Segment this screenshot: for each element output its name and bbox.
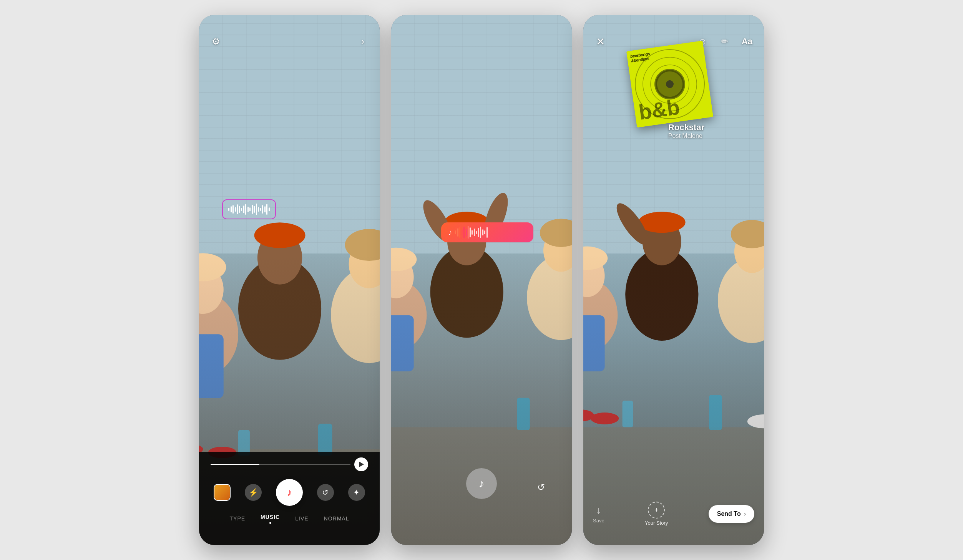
your-story-circle-icon: + xyxy=(648,502,665,519)
flash-icon: ⚡ xyxy=(249,488,258,497)
song-artist: Post Malone xyxy=(668,133,704,139)
music-note-icon-2: ♪ xyxy=(479,477,485,490)
save-button[interactable]: ↓ Save xyxy=(593,504,604,524)
progress-line[interactable] xyxy=(211,464,350,465)
album-big-text: b&b xyxy=(638,96,681,123)
music-sticker-2[interactable]: ♪ xyxy=(441,222,533,242)
waveform-bar xyxy=(252,205,253,214)
gear-icon: ⚙ xyxy=(212,36,220,47)
brush-button[interactable]: ✏ xyxy=(717,34,732,49)
music-center-button-2[interactable]: ♪ xyxy=(466,468,497,499)
active-tab-indicator xyxy=(269,522,271,524)
tab-live[interactable]: LIVE xyxy=(293,514,310,524)
your-story-button[interactable]: + Your Story xyxy=(645,502,668,526)
scene-overlay-2 xyxy=(391,253,572,545)
tab-type[interactable]: TYPE xyxy=(228,514,247,524)
song-info-sticker: Rockstar Post Malone xyxy=(668,123,704,139)
sparkle-button[interactable]: ✦ xyxy=(348,484,365,501)
recycle-button[interactable]: ↺ xyxy=(317,484,334,501)
waveform-bar xyxy=(256,204,257,215)
action-icons-row: ⚡ ♪ ↺ ✦ xyxy=(207,479,372,506)
music-note-icon: ♪ xyxy=(287,486,292,499)
your-story-label: Your Story xyxy=(645,520,668,526)
waveform-bar xyxy=(241,208,242,211)
waveform-bar xyxy=(232,205,234,214)
gallery-thumbnail[interactable] xyxy=(214,484,231,501)
bottom-controls-1: ⚡ ♪ ↺ ✦ TYPE MUSIC LIVE xyxy=(199,452,380,545)
waveform-bar xyxy=(228,208,229,211)
waveform-2 xyxy=(455,226,488,239)
send-to-button[interactable]: Send To › xyxy=(709,505,754,523)
waveform-bar xyxy=(269,207,270,211)
waveform-bar xyxy=(254,206,255,213)
progress-bar-container xyxy=(207,457,372,471)
waveform-bar xyxy=(258,207,259,212)
waveform-bar xyxy=(231,206,232,212)
waveform-bar xyxy=(470,227,471,237)
top-right-icons: ☺ ✏ Aa xyxy=(695,34,754,49)
close-icon: ✕ xyxy=(596,35,605,48)
waveform-bar xyxy=(462,230,463,235)
text-button[interactable]: Aa xyxy=(740,34,754,49)
waveform-bar xyxy=(457,228,458,237)
recycle-icon-2: ↺ xyxy=(537,482,545,493)
music-center-button[interactable]: ♪ xyxy=(276,479,303,506)
waveform-bar xyxy=(243,205,244,213)
album-cover: beerbongs&bentleys b&b xyxy=(626,41,713,128)
svg-point-50 xyxy=(666,80,674,89)
flash-button[interactable]: ⚡ xyxy=(245,484,262,501)
waveform-bar xyxy=(249,207,251,211)
waveform-bar xyxy=(237,204,238,214)
album-cover-sticker[interactable]: beerbongs&bentleys b&b xyxy=(626,41,713,128)
waveform-bar xyxy=(484,230,485,234)
waveform-bar xyxy=(480,227,481,238)
arrow-right-icon: › xyxy=(361,36,364,47)
brush-icon: ✏ xyxy=(721,36,728,46)
waveform-bar xyxy=(478,228,479,237)
play-icon xyxy=(359,462,364,467)
waveform-bar xyxy=(459,227,460,238)
waveform-bar xyxy=(235,207,236,212)
tab-music-container: MUSIC xyxy=(259,514,282,524)
waveform-bar xyxy=(239,206,240,213)
send-to-label: Send To xyxy=(717,510,741,517)
waveform-bar xyxy=(266,204,267,215)
waveform-1 xyxy=(228,203,270,215)
tab-normal[interactable]: NORMAL xyxy=(322,514,351,524)
screen1-top-bar: ⚙ › xyxy=(199,15,380,55)
screen-1-camera: ⚙ › xyxy=(199,15,380,545)
waveform-bar xyxy=(245,204,246,215)
waveform-bar xyxy=(262,205,263,214)
chevron-right-icon: › xyxy=(744,510,746,517)
tab-music[interactable]: MUSIC xyxy=(259,512,282,522)
settings-button[interactable]: ⚙ xyxy=(209,34,223,49)
waveform-bar xyxy=(463,227,465,238)
arrow-right-button[interactable]: › xyxy=(355,34,370,49)
waveform-bar xyxy=(260,208,261,211)
waveform-bar xyxy=(474,229,475,236)
screen-2-music: ♪ ♪ xyxy=(391,15,572,545)
waveform-divider xyxy=(468,226,468,239)
music-sticker-icon: ♪ xyxy=(448,228,452,237)
screen3-bottom-bar: ↓ Save + Your Story Send To › xyxy=(583,496,764,545)
sparkle-icon: ✦ xyxy=(353,488,360,497)
music-sticker-1[interactable] xyxy=(222,199,276,219)
waveform-bar xyxy=(247,207,249,212)
waveform-bar xyxy=(486,227,488,238)
plus-icon: + xyxy=(654,506,659,514)
waveform-bar xyxy=(476,231,477,234)
mode-tabs: TYPE MUSIC LIVE NORMAL xyxy=(207,512,372,526)
waveform-bar xyxy=(482,229,483,235)
screen-3-story: ✕ ☺ ✏ Aa xyxy=(583,15,764,545)
download-icon: ↓ xyxy=(596,504,601,516)
svg-point-7 xyxy=(254,222,306,248)
song-title: Rockstar xyxy=(668,123,704,133)
play-button[interactable] xyxy=(354,457,368,471)
waveform-bar xyxy=(264,206,266,212)
close-button[interactable]: ✕ xyxy=(593,34,608,49)
save-label: Save xyxy=(593,518,604,524)
recycle-icon: ↺ xyxy=(322,488,329,497)
text-icon: Aa xyxy=(742,36,752,46)
waveform-bar xyxy=(472,230,473,235)
recycle-button-2[interactable]: ↺ xyxy=(533,480,549,495)
